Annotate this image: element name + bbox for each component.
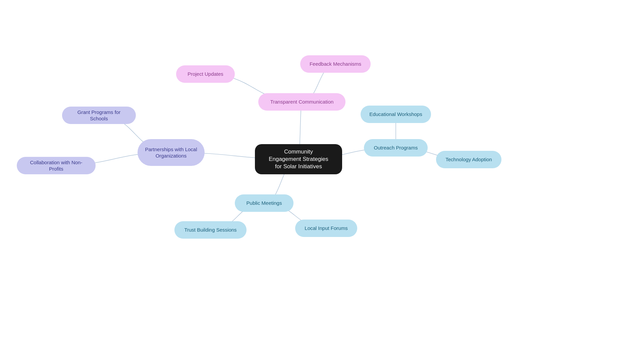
node-feedback-mechanisms: Feedback Mechanisms — [300, 55, 371, 73]
node-label-local-input-forums: Local Input Forums — [298, 221, 354, 236]
node-center: Community Engagement Strategies for Sola… — [255, 144, 342, 174]
node-collab-nonprofits: Collaboration with Non-Profits — [17, 157, 96, 174]
node-label-technology-adoption: Technology Adoption — [439, 152, 498, 167]
node-technology-adoption: Technology Adoption — [436, 151, 501, 168]
node-label-partnerships: Partnerships with Local Organizations — [138, 142, 205, 163]
node-transparent-comm: Transparent Communication — [258, 93, 345, 111]
connections-svg — [0, 0, 644, 363]
node-label-collab-nonprofits: Collaboration with Non-Profits — [17, 155, 96, 176]
node-public-meetings: Public Meetings — [235, 194, 293, 212]
node-project-updates: Project Updates — [176, 65, 235, 83]
node-label-grant-programs: Grant Programs for Schools — [62, 105, 136, 126]
node-label-project-updates: Project Updates — [181, 67, 230, 81]
mindmap-container: Community Engagement Strategies for Sola… — [0, 0, 644, 363]
node-label-outreach-programs: Outreach Programs — [367, 140, 425, 155]
node-partnerships: Partnerships with Local Organizations — [138, 139, 205, 166]
node-label-educational-workshops: Educational Workshops — [363, 107, 429, 122]
node-grant-programs: Grant Programs for Schools — [62, 107, 136, 124]
node-label-feedback-mechanisms: Feedback Mechanisms — [303, 57, 368, 71]
node-outreach-programs: Outreach Programs — [364, 139, 428, 157]
node-label-trust-building: Trust Building Sessions — [177, 223, 243, 237]
node-local-input-forums: Local Input Forums — [295, 220, 357, 237]
node-trust-building: Trust Building Sessions — [174, 221, 247, 239]
node-educational-workshops: Educational Workshops — [361, 106, 431, 123]
node-label-center: Community Engagement Strategies for Sola… — [262, 144, 335, 174]
node-label-transparent-comm: Transparent Communication — [264, 95, 340, 109]
node-label-public-meetings: Public Meetings — [240, 196, 289, 210]
